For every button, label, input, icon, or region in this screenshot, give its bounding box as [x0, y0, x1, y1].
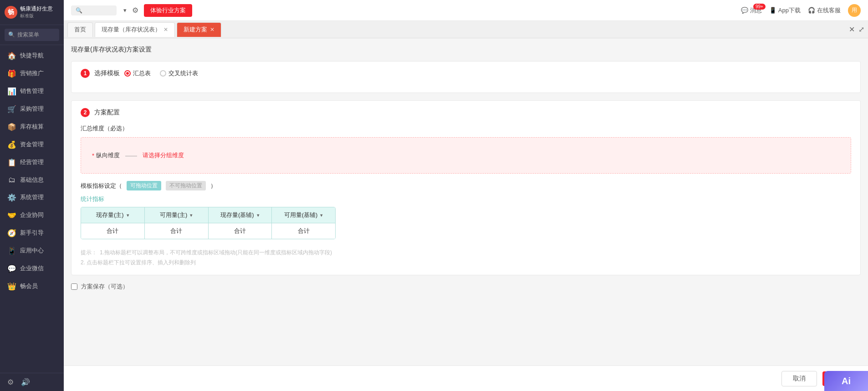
save-checkbox[interactable] — [71, 283, 77, 290]
sidebar-logo: 畅 畅康通好生意 标准版 — [0, 0, 64, 25]
stats-col-body-2: 合计 — [209, 223, 272, 239]
chevron-down-icon-0: ▾ — [127, 212, 129, 218]
stats-col-header-0[interactable]: 现存量(主) ▾ — [81, 207, 144, 223]
sidebar-item-finance[interactable]: 💰 资金管理 — [0, 136, 64, 154]
topbar: 🔍 ▾ ⚙ 体验行业方案 💬 消息 99+ 📱 App下载 🎧 在线客服 — [64, 0, 868, 21]
tip-item-1: 提示： 1.拖动标题栏可以调整布局，不可跨维度或指标区域拖动(只能在同一维度或指… — [81, 248, 851, 258]
stats-col-header-3[interactable]: 可用量(基辅) ▾ — [272, 207, 335, 223]
sidebar-item-label: 库存核算 — [20, 123, 44, 131]
search-label: 搜索菜单 — [17, 31, 39, 39]
radio-cross-label: 交叉统计表 — [168, 69, 198, 77]
tab-new-plan[interactable]: 新建方案 ✕ — [177, 22, 221, 37]
radio-cross[interactable]: 交叉统计表 — [160, 69, 198, 77]
sidebar-item-base[interactable]: 🗂 基础信息 — [0, 171, 64, 189]
stats-col-header-1[interactable]: 可用量(主) ▾ — [145, 207, 208, 223]
stats-col-label-0: 现存量(主) — [96, 211, 124, 219]
sidebar-item-member[interactable]: 👑 畅会员 — [0, 278, 64, 295]
ai-float-button[interactable]: Ai — [824, 371, 868, 391]
dimension-arrow: —— — [125, 152, 137, 159]
dimension-placeholder: 请选择分组维度 — [143, 151, 184, 159]
step2-title: 方案配置 — [94, 108, 120, 117]
sidebar-item-guide[interactable]: 🧭 新手引导 — [0, 224, 64, 242]
topbar-search[interactable]: 🔍 — [71, 5, 117, 15]
sidebar-item-label: 应用中心 — [20, 247, 44, 255]
tab-new-plan-close-icon[interactable]: ✕ — [210, 26, 214, 33]
step1-badge: 1 — [81, 69, 90, 78]
sidebar-item-management[interactable]: 📋 经营管理 — [0, 154, 64, 171]
settings-icon[interactable]: ⚙ — [7, 378, 14, 386]
sidebar-bottom: ⚙ 🔊 — [0, 373, 64, 391]
topbar-dropdown[interactable]: ▾ — [122, 7, 127, 14]
topbar-right: 💬 消息 99+ 📱 App下载 🎧 在线客服 用 — [741, 4, 861, 17]
chevron-down-icon-2: ▾ — [257, 212, 260, 218]
stats-section-title: 统计指标 — [81, 195, 851, 203]
dimension-box[interactable]: * 纵向维度 —— 请选择分组维度 — [81, 137, 851, 174]
tip-item-2: 2. 点击标题栏下拉可设置排序、插入列和删除列 — [81, 258, 851, 268]
indicator-settings-label: 模板指标设定（ 可拖动位置 不可拖动位置 ） — [81, 181, 851, 190]
sidebar-search-inner[interactable]: 🔍 搜索菜单 — [5, 29, 59, 41]
tab-inventory-label: 现存量（库存状况表） — [102, 26, 161, 34]
stats-table: 现存量(主) ▾ 合计 可用量(主) ▾ 合计 — [81, 207, 336, 239]
stats-col-body-3: 合计 — [272, 223, 335, 239]
page-content: 现存量(库存状况表)方案设置 1 选择模板 汇总表 交叉统计表 — [64, 38, 868, 365]
sidebar-item-sales[interactable]: 📊 销售管理 — [0, 82, 64, 100]
cancel-button[interactable]: 取消 — [781, 371, 817, 386]
user-avatar-area[interactable]: 用 — [848, 4, 861, 17]
appstore-icon: 📱 — [7, 247, 16, 255]
message-button[interactable]: 💬 消息 99+ — [741, 6, 762, 15]
sidebar-item-cooperation[interactable]: 🤝 企业协同 — [0, 206, 64, 224]
logo-text-block: 畅康通好生意 标准版 — [20, 5, 53, 19]
stats-col-1: 可用量(主) ▾ 合计 — [145, 207, 209, 239]
stats-col-body-0: 合计 — [81, 223, 144, 239]
sidebar-item-purchase[interactable]: 🛒 采购管理 — [0, 100, 64, 118]
sidebar-item-label: 畅会员 — [20, 282, 38, 290]
tab-home[interactable]: 首页 — [67, 22, 93, 37]
main-area: 🔍 ▾ ⚙ 体验行业方案 💬 消息 99+ 📱 App下载 🎧 在线客服 — [64, 0, 868, 391]
app-download-button[interactable]: 📱 App下载 — [769, 6, 801, 15]
topbar-search-icon: 🔍 — [76, 7, 82, 14]
industry-solution-button[interactable]: 体验行业方案 — [144, 4, 192, 17]
tab-new-plan-label: 新建方案 — [184, 26, 207, 34]
stats-col-label-2: 现存量(基辅) — [220, 211, 254, 219]
sidebar-search-wrapper[interactable]: 🔍 搜索菜单 — [0, 25, 64, 45]
tips-section: 提示： 1.拖动标题栏可以调整布局，不可跨维度或指标区域拖动(只能在同一维度或指… — [81, 248, 851, 268]
tip-label-prefix: 提示： — [81, 248, 97, 258]
online-service-button[interactable]: 🎧 在线客服 — [808, 6, 841, 15]
sidebar-item-wechat[interactable]: 💬 企业微信 — [0, 260, 64, 278]
stats-col-label-3: 可用量(基辅) — [284, 211, 318, 219]
tab-inventory-close-icon[interactable]: ✕ — [163, 26, 168, 33]
management-icon: 📋 — [7, 158, 16, 167]
stats-col-2: 现存量(基辅) ▾ 合计 — [209, 207, 272, 239]
chevron-down-icon-1: ▾ — [190, 212, 193, 218]
tabs-right-actions: ✕ ⤢ — [849, 25, 864, 34]
tab-close-button[interactable]: ✕ — [849, 25, 855, 34]
sidebar-item-label: 企业协同 — [20, 211, 44, 219]
sidebar-item-marketing[interactable]: 🎁 营销推广 — [0, 65, 64, 82]
tip-text-1: 1.拖动标题栏可以调整布局，不可跨维度或指标区域拖动(只能在同一维度或指标区域内… — [100, 248, 332, 258]
sidebar-item-appstore[interactable]: 📱 应用中心 — [0, 242, 64, 260]
sound-icon[interactable]: 🔊 — [21, 378, 30, 386]
stats-table-header: 现存量(主) ▾ 合计 可用量(主) ▾ 合计 — [81, 207, 335, 239]
indicator-label-prefix: 模板指标设定（ — [81, 182, 122, 190]
topbar-gear-icon[interactable]: ⚙ — [132, 6, 138, 15]
app-label: App下载 — [778, 6, 801, 15]
tab-home-label: 首页 — [74, 26, 86, 34]
tab-expand-button[interactable]: ⤢ — [858, 25, 864, 34]
radio-summary-dot — [124, 70, 131, 77]
stats-col-header-2[interactable]: 现存量(基辅) ▾ — [209, 207, 272, 223]
service-label: 在线客服 — [817, 6, 841, 15]
tabs-bar: 首页 现存量（库存状况表） ✕ 新建方案 ✕ ✕ ⤢ — [64, 21, 868, 38]
tab-inventory-status[interactable]: 现存量（库存状况表） ✕ — [95, 22, 175, 37]
radio-summary[interactable]: 汇总表 — [124, 69, 151, 77]
guide-icon: 🧭 — [7, 229, 16, 237]
sidebar-item-label: 基础信息 — [20, 176, 44, 184]
logo-icon: 畅 — [5, 6, 17, 19]
template-options: 汇总表 交叉统计表 — [124, 69, 198, 77]
sidebar-item-inventory[interactable]: 📦 库存核算 — [0, 118, 64, 136]
sidebar-item-shortcut[interactable]: 🏠 快捷导航 — [0, 47, 64, 65]
app-badge: 标准版 — [20, 13, 53, 19]
search-icon: 🔍 — [8, 31, 15, 38]
sidebar-item-system[interactable]: ⚙️ 系统管理 — [0, 189, 64, 206]
message-badge: 99+ — [753, 4, 766, 10]
step1-title: 选择模板 — [94, 69, 120, 77]
